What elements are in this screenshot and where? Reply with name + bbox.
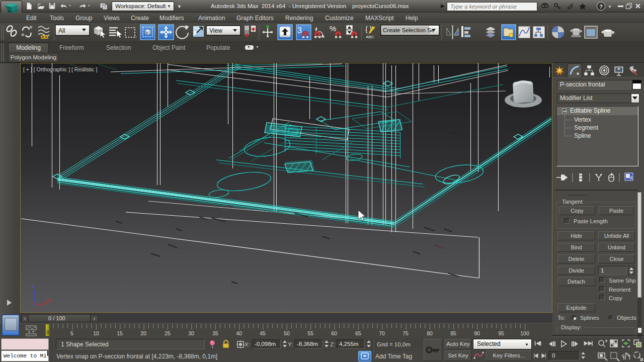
svg-text:80: 80 bbox=[427, 330, 433, 336]
svg-text:50: 50 bbox=[284, 330, 290, 336]
svg-text:Create Selection Se: Create Selection Se bbox=[383, 27, 434, 33]
svg-text:%: % bbox=[330, 24, 336, 33]
svg-text:40: 40 bbox=[236, 330, 242, 336]
svg-text:75: 75 bbox=[403, 330, 409, 336]
svg-text:10: 10 bbox=[93, 330, 99, 336]
svg-text:3: 3 bbox=[297, 26, 302, 35]
svg-text:95: 95 bbox=[498, 330, 504, 336]
svg-text:85: 85 bbox=[450, 330, 456, 336]
svg-text:15: 15 bbox=[117, 330, 123, 336]
svg-text:ABC: ABC bbox=[366, 35, 374, 39]
svg-text:20: 20 bbox=[140, 330, 146, 336]
svg-text:70: 70 bbox=[379, 330, 385, 336]
svg-text:100: 100 bbox=[520, 330, 529, 336]
svg-text:55: 55 bbox=[307, 330, 313, 336]
svg-text:60: 60 bbox=[331, 330, 337, 336]
svg-text:View: View bbox=[209, 27, 222, 34]
svg-text:5: 5 bbox=[70, 330, 73, 336]
svg-text:Z: Z bbox=[32, 284, 35, 289]
svg-text:25: 25 bbox=[165, 330, 171, 336]
svg-text:35: 35 bbox=[212, 330, 218, 336]
svg-text:❋: ❋ bbox=[29, 25, 33, 30]
svg-text:65: 65 bbox=[355, 330, 361, 336]
svg-text:❋: ❋ bbox=[21, 33, 25, 37]
svg-text:90: 90 bbox=[474, 330, 480, 336]
svg-text:30: 30 bbox=[188, 330, 194, 336]
svg-text:All: All bbox=[58, 27, 65, 34]
svg-text:45: 45 bbox=[260, 330, 266, 336]
svg-text:[ + ] [ Orthographic ] [ Reali: [ + ] [ Orthographic ] [ Realistic ] bbox=[23, 66, 97, 72]
